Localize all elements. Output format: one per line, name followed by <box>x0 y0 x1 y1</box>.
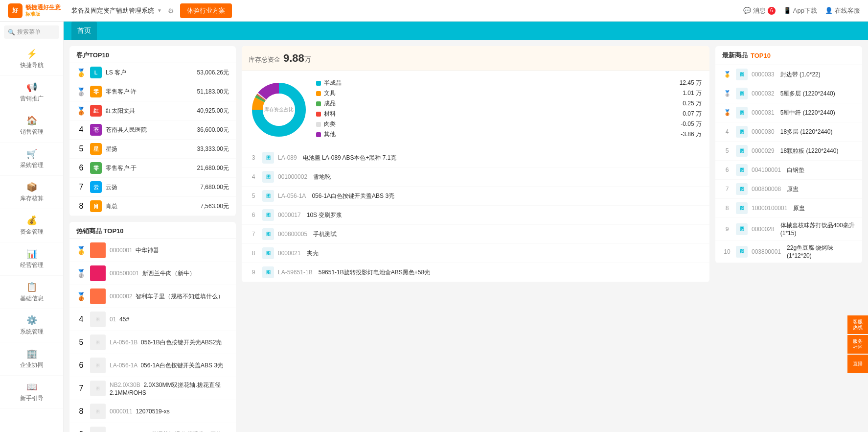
new-product-thumb: 图 <box>736 223 748 235</box>
sidebar-item-marketing[interactable]: 📢 营销推广 <box>0 76 63 109</box>
rank-medal: 4 <box>76 125 86 134</box>
product-image: 图 <box>90 312 106 327</box>
product-code: LA-089 <box>278 154 297 161</box>
new-rank-num: 🥈 <box>722 90 732 97</box>
nav-home-tab[interactable]: 首页 <box>71 22 97 40</box>
sidebar-search-area: 🔍 搜索菜单 <box>0 22 63 43</box>
new-product-name: 5厘中纤 (1220*2440) <box>780 109 855 117</box>
new-products-title: 最新商品 <box>722 51 748 60</box>
product-name: 夹壳 <box>307 249 703 258</box>
product-code: 0000001 <box>110 247 133 254</box>
product-image <box>90 242 106 258</box>
sidebar-item-finance[interactable]: 💰 资金管理 <box>0 209 63 242</box>
trial-button[interactable]: 体验行业方案 <box>180 3 232 18</box>
hot-products-list: 🥇 0000001 中华神器 🥈 000500001 新西兰牛肉（新牛） 🥉 0… <box>69 239 236 432</box>
enterprise-icon: 🏢 <box>26 348 37 359</box>
new-products-top10-label: TOP10 <box>751 52 771 59</box>
legend-value: -0.05 万 <box>681 120 702 128</box>
hot-rank-medal: 4 <box>76 315 86 324</box>
product-code: NB2.0X30B <box>110 382 140 388</box>
product-image: 图 <box>90 358 106 373</box>
hot-rank-medal: 🥉 <box>76 292 86 301</box>
app-download-label: App下载 <box>793 6 817 15</box>
sidebar-item-basic-label: 基础信息 <box>20 294 44 303</box>
product-code: 01 <box>110 316 116 323</box>
hot-rank-medal: 9 <box>76 430 86 432</box>
product-row: 🥇 0000001 中华神器 <box>69 239 236 262</box>
new-product-thumb: 图 <box>736 126 748 138</box>
inventory-panel: 库存总资金 9.88万 <box>242 46 709 282</box>
customer-ranking-panel: 客户TOP10 🥇 L LS 客户 53,006.26元 🥈 零 零售客户·许 … <box>69 46 236 216</box>
legend-color <box>316 112 321 117</box>
sidebar-item-system[interactable]: ⚙️ 系统管理 <box>0 309 63 342</box>
system-selector[interactable]: 装备及固定资产辅助管理系统 ▼ <box>71 6 162 15</box>
inventory-icon: 📦 <box>26 182 37 192</box>
product-info: NB2.0X30B 2.0X30MM双搓花轴.搓花直径2.1MM/ROHS <box>110 381 229 396</box>
product-thumb: 图 <box>262 228 274 240</box>
guide-icon: 📖 <box>26 382 37 392</box>
product-row: 🥉 0000002 智利车子里（规格不知道填什么） <box>69 285 236 308</box>
rank-row: 🥈 零 零售客户·许 51,183.00元 <box>69 82 236 101</box>
sidebar-item-inventory[interactable]: 📦 库存核算 <box>0 176 63 209</box>
notification-item[interactable]: 💬 消息 6 <box>743 6 776 15</box>
sales-icon: 🏠 <box>26 115 37 126</box>
product-info: 0000001 中华神器 <box>110 246 229 255</box>
product-row: 7 图 NB2.0X30B 2.0X30MM双搓花轴.搓花直径2.1MM/ROH… <box>69 377 236 400</box>
rank-name: 云扬 <box>106 183 196 192</box>
system-name: 装备及固定资产辅助管理系统 <box>71 6 154 15</box>
new-rank-num: 5 <box>722 147 732 154</box>
product-name: 056-1A白色按键开关盖ABS 3壳 <box>312 192 703 200</box>
customer-ranking-title: 客户TOP10 <box>69 46 236 63</box>
product-row: 8 图 0000011 12070519-xs <box>69 400 236 423</box>
sidebar-item-enterprise[interactable]: 🏢 企业协同 <box>0 342 63 376</box>
topbar: 好 畅捷通好生意 标准版 装备及固定资产辅助管理系统 ▼ ⚙ 体验行业方案 💬 … <box>0 0 868 22</box>
new-product-row: 6 图 004100001 白钢垫 <box>715 161 862 180</box>
logo: 好 畅捷通好生意 标准版 <box>8 3 71 18</box>
product-code: LA-056-1B <box>110 339 137 346</box>
product-image <box>90 288 106 304</box>
sidebar-item-guide[interactable]: 📖 新手引导 <box>0 376 63 409</box>
product-rank-num: 4 <box>249 173 258 180</box>
gear-icon[interactable]: ⚙ <box>168 7 174 15</box>
rank-row: 6 零 零售客户·于 21,680.00元 <box>69 159 236 178</box>
sidebar-item-purchase-label: 采购管理 <box>20 161 44 169</box>
inventory-product-row: 6 图 0000017 10S 变刷罗浆 <box>242 206 709 225</box>
sidebar-item-basic[interactable]: 📋 基础信息 <box>0 276 63 309</box>
product-name: 10S 变刷罗浆 <box>307 211 703 219</box>
customer-service-button[interactable]: 客服 热线 <box>847 315 868 334</box>
product-row: 4 图 01 45# <box>69 308 236 331</box>
sidebar-item-purchase[interactable]: 🛒 采购管理 <box>0 143 63 176</box>
legend-item: 半成品 12.45 万 <box>316 79 702 87</box>
notification-label: 消息 <box>753 6 766 15</box>
rank-name: 零售客户·于 <box>106 164 193 172</box>
online-service-item[interactable]: 👤 在线客服 <box>825 6 860 15</box>
topbar-center: 装备及固定资产辅助管理系统 ▼ ⚙ 体验行业方案 <box>71 3 743 18</box>
products-list: 3 图 LA-089 电池盖 LA-089 ABS本色+黑种 7.1克 4 图 … <box>242 148 709 282</box>
new-product-thumb: 图 <box>736 69 748 80</box>
new-product-thumb: 图 <box>736 88 748 99</box>
direct-button[interactable]: 直播 <box>847 355 868 373</box>
hot-rank-medal: 🥇 <box>76 246 86 255</box>
service-community-button[interactable]: 服务 社区 <box>847 335 868 354</box>
rank-avatar: 苍 <box>90 124 102 136</box>
new-rank-num: 🥉 <box>722 109 732 116</box>
app-download-item[interactable]: 📱 App下载 <box>783 6 817 15</box>
sidebar-item-operations[interactable]: 📊 经营管理 <box>0 242 63 276</box>
rank-name: 苍南县人民医院 <box>106 126 193 134</box>
donut-section: 库存资金占比 半成品 12.45 万 文具 1.01 万 成品 0.25 万 材… <box>242 71 709 148</box>
product-row: 9 图 KK-SD22110H 花语萌恒温分腿睡袋（厚款） <box>69 423 236 432</box>
chevron-down-icon: ▼ <box>157 8 162 13</box>
legend-value: -3.86 万 <box>681 130 702 139</box>
new-product-row: 4 图 0000030 18多层 (1220*2440) <box>715 122 862 142</box>
new-product-code: 0000032 <box>752 90 775 97</box>
legend-color <box>316 81 321 86</box>
search-menu-button[interactable]: 🔍 搜索菜单 <box>4 25 59 39</box>
finance-icon: 💰 <box>26 215 37 226</box>
sidebar-item-quicknav[interactable]: ⚡ 快捷导航 <box>0 43 63 76</box>
new-product-thumb: 图 <box>736 202 748 214</box>
sidebar-item-sales[interactable]: 🏠 销售管理 <box>0 109 63 143</box>
new-product-name: 18多层 (1220*2440) <box>780 128 855 136</box>
notification-badge: 6 <box>768 7 776 15</box>
new-product-row: 🥉 图 0000031 5厘中纤 (1220*2440) <box>715 103 862 122</box>
new-product-code: 0000029 <box>752 147 775 154</box>
